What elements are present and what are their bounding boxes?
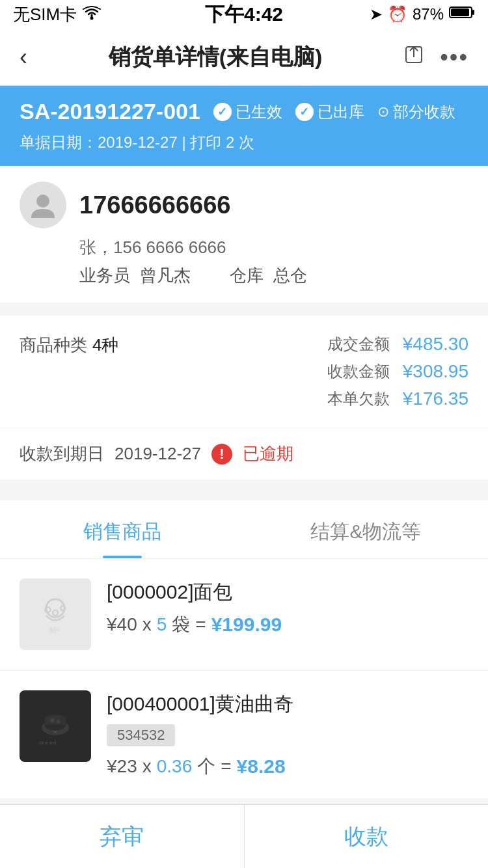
svg-rect-3 [451, 8, 469, 16]
debt-value: ¥176.35 [403, 388, 468, 409]
badge-shipped-label: 已出库 [318, 102, 364, 122]
stats-section: 商品种类 4种 成交金额 ¥485.30 收款金额 ¥308.95 本单欠款 ¥… [0, 316, 488, 427]
order-sub-info: 单据日期：2019-12-27 | 打印 2 次 [20, 132, 468, 153]
customer-detail-row: 业务员 曾凡杰 仓库 总仓 [79, 264, 468, 287]
status-right: ➤ ⏰ 87% [370, 5, 475, 23]
product-price-2: ¥23 x 0.36 个 = ¥8.28 [107, 754, 468, 779]
total-price-1: ¥199.99 [211, 614, 282, 636]
product-item-2: diamond [000400001]黄油曲奇 534532 ¥23 x 0.3… [0, 671, 488, 798]
receipt-value: ¥308.95 [403, 361, 468, 382]
product-info-2: [000400001]黄油曲奇 534532 ¥23 x 0.36 个 = ¥8… [107, 690, 468, 779]
nav-actions: ••• [403, 44, 468, 71]
customer-avatar [20, 182, 66, 228]
qty-1: 5 [157, 614, 167, 635]
staff-name: 曾凡杰 [140, 265, 191, 285]
product-types: 商品种类 4种 [20, 334, 118, 357]
amount-line: 成交金额 ¥485.30 [327, 334, 468, 355]
product-type-count: 4种 [92, 334, 118, 357]
product-price-1: ¥40 x 5 袋 = ¥199.99 [107, 612, 468, 637]
staff-info: 业务员 曾凡杰 [79, 264, 191, 287]
badge-effective: ✓ 已生效 [213, 102, 282, 122]
customer-section: 17666666666 张，156 6666 6666 业务员 曾凡杰 仓库 总… [0, 166, 488, 303]
tab-sales-goods[interactable]: 销售商品 [0, 500, 244, 558]
collect-payment-button[interactable]: 收款 [245, 805, 489, 868]
qty-2: 0.36 [157, 756, 193, 777]
clock-icon: ⊙ [377, 103, 389, 120]
unit-price-1: ¥40 [107, 614, 137, 635]
product-tag-2: 534532 [107, 724, 175, 746]
debt-label: 本单欠款 [327, 388, 390, 409]
product-type-label: 商品种类 [20, 334, 87, 357]
collect-payment-label: 收款 [344, 822, 388, 852]
alarm-icon: ⏰ [388, 5, 407, 23]
check-icon: ✓ [213, 103, 232, 121]
due-date-label: 收款到期日 [20, 442, 104, 465]
amount-value: ¥485.30 [403, 334, 468, 355]
total-price-2: ¥8.28 [237, 755, 286, 778]
svg-text:鲸+: 鲸+ [49, 626, 61, 634]
order-id: SA-20191227-001 [20, 99, 200, 124]
svg-text:diamond: diamond [38, 740, 56, 745]
svg-rect-2 [472, 10, 474, 15]
location-icon: ➤ [370, 5, 383, 23]
svg-point-5 [36, 195, 49, 208]
multiply-sign-1: x [142, 614, 152, 635]
tabs-section: 销售商品 结算&物流等 [0, 500, 488, 559]
svg-point-13 [50, 718, 55, 722]
product-item-1: 鲸+ [0000002]面包 ¥40 x 5 袋 = ¥199.99 [0, 559, 488, 670]
equals-sign-1: = [195, 614, 206, 635]
equals-sign-2: = [221, 756, 231, 777]
customer-contact: 张，156 6666 6666 [79, 236, 468, 259]
status-left: 无SIM卡 [13, 3, 102, 26]
tab-settlement[interactable]: 结算&物流等 [244, 500, 488, 558]
unit-2: 个 [197, 754, 215, 779]
svg-point-0 [90, 16, 94, 20]
battery-icon [449, 5, 475, 23]
check-icon-2: ✓ [295, 103, 314, 121]
customer-phone: 17666666666 [79, 191, 230, 219]
product-name-1: [0000002]面包 [107, 578, 468, 606]
product-info-1: [0000002]面包 ¥40 x 5 袋 = ¥199.99 [107, 578, 468, 637]
page-title: 销货单详情(来自电脑) [109, 42, 323, 72]
unit-price-2: ¥23 [107, 756, 137, 777]
staff-label: 业务员 [79, 265, 130, 285]
warehouse-name: 总仓 [273, 265, 307, 285]
multiply-sign-2: x [142, 756, 152, 777]
cancel-review-button[interactable]: 弃审 [0, 805, 245, 868]
overdue-warning-icon: ! [211, 444, 232, 465]
badge-partial-label: 部分收款 [393, 102, 455, 122]
svg-point-9 [61, 606, 65, 610]
badge-shipped: ✓ 已出库 [295, 102, 364, 122]
svg-point-8 [53, 610, 58, 616]
overdue-text: 已逾期 [243, 442, 293, 465]
badge-effective-label: 已生效 [236, 102, 282, 122]
amount-label: 成交金额 [327, 334, 390, 355]
svg-point-14 [57, 720, 61, 724]
product-thumb-2: diamond [20, 690, 91, 762]
product-name-2: [000400001]黄油曲奇 [107, 690, 468, 718]
due-date-section: 收款到期日 2019-12-27 ! 已逾期 [0, 428, 488, 480]
financial-stats: 成交金额 ¥485.30 收款金额 ¥308.95 本单欠款 ¥176.35 [327, 334, 468, 409]
tab-settlement-label: 结算&物流等 [310, 521, 421, 542]
due-date-value: 2019-12-27 [115, 444, 201, 464]
debt-line: 本单欠款 ¥176.35 [327, 388, 468, 409]
more-icon[interactable]: ••• [440, 44, 468, 71]
back-button[interactable]: ‹ [20, 44, 27, 71]
nav-bar: ‹ 销货单详情(来自电脑) ••• [0, 29, 488, 86]
share-icon[interactable] [403, 44, 424, 70]
cancel-review-label: 弃审 [100, 822, 144, 852]
tab-sales-goods-label: 销售商品 [83, 521, 161, 542]
unit-1: 袋 [172, 612, 190, 637]
section-divider [0, 480, 488, 490]
battery-text: 87% [413, 5, 444, 23]
status-time: 下午4:42 [205, 1, 283, 28]
receipt-line: 收款金额 ¥308.95 [327, 361, 468, 382]
wifi-icon [82, 5, 102, 25]
carrier-text: 无SIM卡 [13, 3, 77, 26]
status-bar: 无SIM卡 下午4:42 ➤ ⏰ 87% [0, 0, 488, 29]
badge-partial: ⊙ 部分收款 [377, 102, 455, 122]
order-header-banner: SA-20191227-001 ✓ 已生效 ✓ 已出库 ⊙ 部分收款 单据日期：… [0, 86, 488, 166]
receipt-label: 收款金额 [327, 361, 390, 382]
warehouse-info: 仓库 总仓 [230, 264, 307, 287]
warehouse-label: 仓库 [230, 265, 264, 285]
